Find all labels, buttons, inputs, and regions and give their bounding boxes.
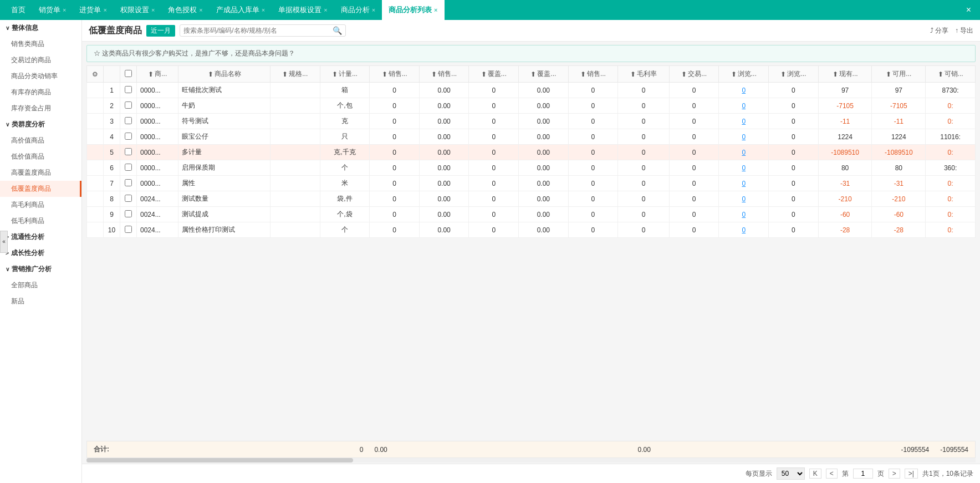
cell-browse-a[interactable]: 0 [719, 129, 769, 145]
col-header-gross-rate[interactable]: ⬆ 毛利率 [618, 66, 670, 83]
search-input[interactable] [183, 27, 333, 34]
page-input[interactable] [853, 469, 873, 479]
col-header-code[interactable]: ⬆ 商... [137, 66, 178, 83]
sidebar-item-high-value[interactable]: 高价值商品 [0, 133, 81, 149]
sidebar-item-stocked-goods[interactable]: 有库存的商品 [0, 84, 81, 100]
sidebar-item-high-margin[interactable]: 高毛利商品 [0, 197, 81, 213]
sidebar-item-low-margin[interactable]: 低毛利商品 [0, 213, 81, 229]
col-header-unit[interactable]: ⬆ 计量... [320, 66, 370, 83]
nav-tab-templates[interactable]: 单据模板设置 × [272, 0, 334, 20]
nav-tab-permissions[interactable]: 权限设置 × [114, 0, 161, 20]
row-checkbox[interactable] [125, 133, 132, 140]
row-checkbox[interactable] [125, 179, 132, 186]
cell-check[interactable] [120, 176, 137, 191]
nav-tab-analysis[interactable]: 商品分析 × [334, 0, 382, 20]
nav-tab-roles[interactable]: 角色授权 × [161, 0, 209, 20]
close-icon[interactable]: × [372, 7, 375, 13]
close-icon[interactable]: × [103, 7, 106, 13]
col-header-name[interactable]: ⬆ 商品名称 [178, 66, 270, 83]
export-button[interactable]: ↑ 导出 [955, 26, 973, 35]
cell-check[interactable] [120, 83, 137, 98]
close-icon[interactable]: × [262, 7, 265, 13]
row-checkbox[interactable] [125, 86, 132, 93]
col-header-sales-amt[interactable]: ⬆ 销售... [419, 66, 469, 83]
close-icon[interactable]: × [199, 7, 202, 13]
cell-browse-a[interactable]: 0 [719, 83, 769, 98]
col-header-available[interactable]: ⬆ 可用... [872, 66, 926, 83]
select-all-checkbox[interactable] [125, 70, 132, 77]
cell-check[interactable] [120, 191, 137, 207]
sidebar-item-category-rate[interactable]: 商品分类动销率 [0, 68, 81, 84]
sidebar-item-sales-goods[interactable]: 销售类商品 [0, 36, 81, 52]
sidebar-item-all-goods[interactable]: 全部商品 [0, 277, 81, 293]
col-header-check[interactable] [120, 66, 137, 83]
sidebar-item-traded-goods[interactable]: 交易过的商品 [0, 52, 81, 68]
cell-check[interactable] [120, 160, 137, 176]
sidebar-section-marketing[interactable]: ∨ 营销推广分析 [0, 261, 81, 277]
close-icon[interactable]: × [324, 7, 327, 13]
cell-browse-a[interactable]: 0 [719, 160, 769, 176]
cell-check[interactable] [120, 98, 137, 114]
nav-tab-sales[interactable]: 销货单 × [32, 0, 73, 20]
sidebar-item-new-goods[interactable]: 新品 [0, 293, 81, 309]
cell-browse-a[interactable]: 0 [719, 114, 769, 129]
cell-browse-a[interactable]: 0 [719, 207, 769, 222]
cell-trade: 0 [669, 222, 719, 238]
row-checkbox[interactable] [125, 117, 132, 124]
sidebar-section-cluster[interactable]: ∨ 类群度分析 [0, 116, 81, 133]
sidebar-item-stock-capital[interactable]: 库存资金占用 [0, 100, 81, 116]
row-checkbox[interactable] [125, 101, 132, 109]
cell-check[interactable] [120, 129, 137, 145]
close-icon[interactable]: × [151, 7, 155, 13]
col-header-sellable[interactable]: ⬆ 可销... [926, 66, 976, 83]
close-icon[interactable]: × [434, 7, 437, 13]
close-icon[interactable]: × [63, 7, 66, 13]
row-checkbox[interactable] [125, 195, 132, 202]
horizontal-scrollbar[interactable] [86, 458, 976, 462]
prev-page-button[interactable]: < [826, 469, 838, 479]
col-header-current[interactable]: ⬆ 现有... [818, 66, 872, 83]
sidebar-section-overall[interactable]: ∨ 整体信息 [0, 20, 81, 36]
per-page-select[interactable]: 50 10 20 100 [777, 467, 805, 480]
col-header-settings[interactable]: ⚙ [87, 66, 104, 83]
col-header-sales-c[interactable]: ⬆ 销售... [568, 66, 618, 83]
sidebar-section-circulation[interactable]: > 流通性分析 [0, 229, 81, 245]
col-header-sales-qty[interactable]: ⬆ 销售... [370, 66, 420, 83]
col-header-browse-a[interactable]: ⬆ 浏览... [719, 66, 769, 83]
nav-tab-home[interactable]: 首页 [4, 0, 32, 20]
next-page-button[interactable]: > [889, 469, 900, 479]
last-page-button[interactable]: >| [905, 469, 918, 479]
col-header-spec[interactable]: ⬆ 规格... [270, 66, 320, 83]
cell-check[interactable] [120, 207, 137, 222]
cell-check[interactable] [120, 222, 137, 238]
cell-browse-a[interactable]: 0 [719, 191, 769, 207]
scrollbar-thumb[interactable] [86, 458, 353, 462]
col-header-cover-b[interactable]: ⬆ 覆盖... [519, 66, 569, 83]
row-checkbox[interactable] [125, 148, 132, 155]
sidebar-item-low-value[interactable]: 低价值商品 [0, 149, 81, 165]
window-close-button[interactable]: × [962, 5, 976, 15]
cell-browse-a[interactable]: 0 [719, 98, 769, 114]
cell-browse-a[interactable]: 0 [719, 145, 769, 160]
cell-browse-a[interactable]: 0 [719, 176, 769, 191]
col-header-cover-a[interactable]: ⬆ 覆盖... [469, 66, 519, 83]
search-icon[interactable]: 🔍 [333, 26, 342, 35]
nav-tab-analysis-list[interactable]: 商品分析列表 × [382, 0, 444, 20]
cell-browse-a[interactable]: 0 [719, 222, 769, 238]
row-checkbox[interactable] [125, 210, 132, 217]
share-button[interactable]: ⤴ 分享 [930, 26, 948, 35]
nav-tab-warehouse[interactable]: 产成品入库单 × [210, 0, 272, 20]
col-header-trade[interactable]: ⬆ 交易... [669, 66, 719, 83]
first-page-button[interactable]: K [809, 469, 821, 479]
time-filter-button[interactable]: 近一月 [146, 25, 175, 37]
nav-tab-purchase[interactable]: 进货单 × [73, 0, 113, 20]
sidebar-item-low-coverage[interactable]: 低覆盖度商品 [0, 181, 81, 197]
row-checkbox[interactable] [125, 226, 132, 233]
sidebar-section-growth[interactable]: > 成长性分析 [0, 245, 81, 261]
row-checkbox[interactable] [125, 164, 132, 171]
cell-check[interactable] [120, 145, 137, 160]
cell-check[interactable] [120, 114, 137, 129]
sidebar-item-high-coverage[interactable]: 高覆盖度商品 [0, 165, 81, 181]
col-header-browse-b[interactable]: ⬆ 浏览... [769, 66, 819, 83]
sidebar-collapse-button[interactable]: « [0, 231, 8, 253]
